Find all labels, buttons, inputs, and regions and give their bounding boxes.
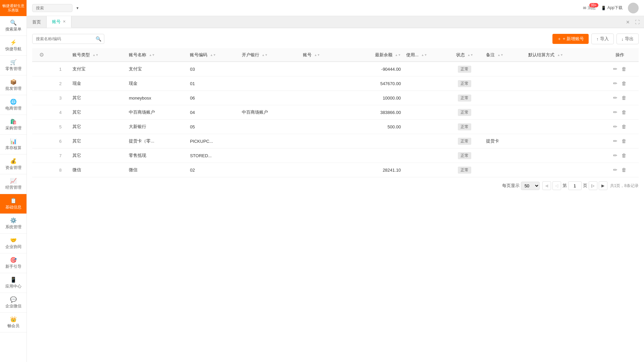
sidebar-item-purchase-mgmt[interactable]: 🛍️采购管理 xyxy=(0,115,26,135)
col-code-header[interactable]: 账号编码 ▲▼ xyxy=(187,48,239,62)
sidebar-label-newbie-guide: 新手引导 xyxy=(5,264,21,269)
edit-button-7[interactable]: ✏ xyxy=(612,166,619,174)
sidebar-item-enterprise-agreement[interactable]: 🤝企业协同 xyxy=(0,234,26,253)
col-balance-header[interactable]: 最新余额 ▲▼ xyxy=(347,48,404,62)
delete-button-2[interactable]: 🗑 xyxy=(620,94,628,101)
fullscreen-button[interactable]: ⛶ xyxy=(633,18,641,26)
col-bank-header[interactable]: 开户银行 ▲▼ xyxy=(239,48,300,62)
sidebar-icon-enterprise-agreement: 🤝 xyxy=(10,237,17,243)
content-area: 🔍 ＋ + 新增账号 ↑ 导入 ↓ 导出 xyxy=(27,28,644,362)
col-account-header[interactable]: 账号 ▲▼ xyxy=(300,48,347,62)
row-usage-4 xyxy=(404,120,446,134)
row-action-1: ✏ 🗑 xyxy=(601,76,639,91)
delete-button-0[interactable]: 🗑 xyxy=(620,65,628,72)
edit-button-1[interactable]: ✏ xyxy=(612,80,619,87)
tab-close-account[interactable]: ✕ xyxy=(63,20,66,23)
status-badge-7: 正常 xyxy=(458,167,471,174)
row-balance-2: 10000.00 xyxy=(347,91,404,105)
search-button[interactable]: 🔍 xyxy=(93,34,104,44)
edit-button-3[interactable]: ✏ xyxy=(612,109,619,116)
edit-button-5[interactable]: ✏ xyxy=(612,137,619,145)
page-number-input[interactable] xyxy=(568,181,582,190)
export-label: 导出 xyxy=(625,36,634,42)
topbar-dropdown[interactable]: ▾ xyxy=(76,6,78,10)
sidebar-icon-ecommerce-mgmt: 🌐 xyxy=(10,99,17,105)
add-account-button[interactable]: ＋ + 新增账号 xyxy=(552,34,589,44)
topbar-left: ▾ xyxy=(32,4,78,12)
status-badge-3: 正常 xyxy=(458,109,471,116)
row-action-4: ✏ 🗑 xyxy=(601,120,639,134)
first-page-button[interactable]: ◀ xyxy=(542,181,551,190)
col-settings[interactable]: ⚙ xyxy=(32,48,51,62)
row-note-6 xyxy=(483,148,526,163)
topbar-message-button[interactable]: ✉ 消息 99+ xyxy=(583,5,596,11)
col-status-header[interactable]: 状态 ▲▼ xyxy=(446,48,483,62)
sidebar-icon-basic-info: 📋 xyxy=(10,197,17,204)
delete-button-1[interactable]: 🗑 xyxy=(620,80,628,87)
sidebar-item-system-mgmt[interactable]: ⚙️系统管理 xyxy=(0,214,26,234)
topbar-search-input[interactable] xyxy=(32,4,72,12)
delete-button-5[interactable]: 🗑 xyxy=(620,137,628,144)
edit-button-2[interactable]: ✏ xyxy=(612,94,619,102)
col-settlement-header[interactable]: 默认结算方式 ▲▼ xyxy=(526,48,601,62)
row-name-0: 支付宝 xyxy=(126,62,187,76)
row-code-3: 04 xyxy=(187,105,239,120)
sidebar-item-inventory-check[interactable]: 📊库存核算 xyxy=(0,135,26,155)
user-avatar[interactable] xyxy=(628,3,639,13)
row-type-6: 其它 xyxy=(70,148,126,163)
row-name-5: 提货卡（零... xyxy=(126,134,187,148)
edit-button-6[interactable]: ✏ xyxy=(612,152,619,159)
sidebar-item-retail-mgmt[interactable]: 🛒零售管理 xyxy=(0,56,26,75)
export-button[interactable]: ↓ 导出 xyxy=(616,34,639,44)
edit-button-0[interactable]: ✏ xyxy=(612,65,619,73)
row-name-4: 大新银行 xyxy=(126,120,187,134)
import-button[interactable]: ↑ 导入 xyxy=(591,34,614,44)
last-page-button[interactable]: ▶ xyxy=(599,181,607,190)
next-page-button[interactable]: ▷ xyxy=(589,181,597,190)
sidebar-icon-enterprise-wechat: 💬 xyxy=(10,296,17,303)
col-name-header[interactable]: 账号名称 ▲▼ xyxy=(126,48,187,62)
row-settlement-4 xyxy=(526,120,601,134)
sort-code-icon: ▲▼ xyxy=(210,54,216,57)
sidebar-item-capital-mgmt[interactable]: 💰资金管理 xyxy=(0,155,26,174)
row-settings-6 xyxy=(32,148,51,163)
sidebar-item-wholesale-mgmt[interactable]: 📦批发管理 xyxy=(0,75,26,95)
delete-button-3[interactable]: 🗑 xyxy=(620,109,628,116)
close-tab-button[interactable]: ✕ xyxy=(624,18,632,26)
sidebar-item-ecommerce-mgmt[interactable]: 🌐电商管理 xyxy=(0,95,26,115)
sort-usage-icon: ▲▼ xyxy=(421,54,427,57)
row-type-3: 其它 xyxy=(70,105,126,120)
sidebar-label-vip-member: 畅会员 xyxy=(7,323,19,329)
delete-button-7[interactable]: 🗑 xyxy=(620,166,628,173)
sidebar-item-vip-member[interactable]: 👑畅会员 xyxy=(0,313,26,333)
sidebar-icon-inventory-check: 📊 xyxy=(10,138,17,144)
page-suffix: 页 xyxy=(583,183,587,189)
sidebar-item-operations-mgmt[interactable]: 📈经营管理 xyxy=(0,174,26,194)
delete-button-6[interactable]: 🗑 xyxy=(620,152,628,159)
sidebar-item-shortcut-nav[interactable]: ⚡快捷导航 xyxy=(0,36,26,56)
col-type-header[interactable]: 账号类型 ▲▼ xyxy=(70,48,126,62)
row-num-4: 5 xyxy=(51,120,70,134)
delete-button-4[interactable]: 🗑 xyxy=(620,123,628,130)
per-page-label: 每页显示 xyxy=(502,183,520,189)
search-input[interactable] xyxy=(33,35,93,43)
sidebar-item-app-center[interactable]: 📱应用中心 xyxy=(0,273,26,293)
edit-button-4[interactable]: ✏ xyxy=(612,123,619,130)
row-settings-7 xyxy=(32,163,51,177)
sidebar-item-basic-info[interactable]: 📋基础信息 xyxy=(0,194,26,214)
row-name-7: 微信 xyxy=(126,163,187,177)
col-usage-header[interactable]: 使用... ▲▼ xyxy=(404,48,446,62)
sidebar-item-newbie-guide[interactable]: 🎯新手引导 xyxy=(0,253,26,273)
row-bank-4 xyxy=(239,120,300,134)
col-note-header[interactable]: 备注 ▲▼ xyxy=(483,48,526,62)
logo-text: 畅捷通财生意 乐惠版 xyxy=(2,4,24,12)
tab-account[interactable]: 账号✕ xyxy=(47,16,71,28)
per-page-select[interactable]: 50 20 100 xyxy=(521,182,540,190)
sidebar-item-enterprise-wechat[interactable]: 💬企业微信 xyxy=(0,293,26,313)
tab-home[interactable]: 首页 xyxy=(27,16,47,28)
prev-page-button[interactable]: ◁ xyxy=(552,181,561,190)
sidebar-item-search-menu[interactable]: 🔍搜索菜单 xyxy=(0,16,26,36)
app-download-button[interactable]: 📱 App下载 xyxy=(601,5,623,11)
row-action-2: ✏ 🗑 xyxy=(601,91,639,105)
sidebar-icon-retail-mgmt: 🛒 xyxy=(10,59,17,65)
